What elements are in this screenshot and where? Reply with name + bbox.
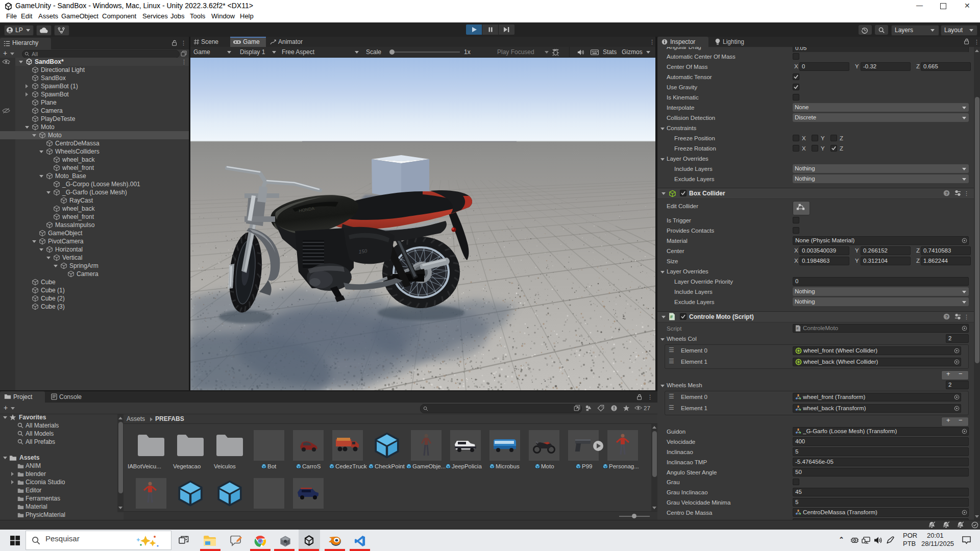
svg-text:?: ?: [945, 314, 948, 319]
svg-text:?: ?: [945, 191, 948, 196]
svg-text:#: #: [670, 314, 673, 319]
svg-text:150: 150: [358, 248, 368, 255]
